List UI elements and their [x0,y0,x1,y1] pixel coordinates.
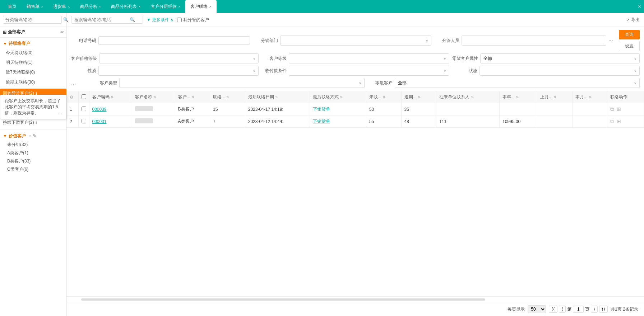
nav-customer-segment[interactable]: 客户分层经营 × [146,0,185,13]
sort-contact-count-icon: ⇅ [226,95,229,99]
query-button[interactable]: 查询 [619,30,640,39]
td-cb-1 [78,103,89,115]
status-arrow: ∨ [634,69,636,73]
sidebar-search-icon[interactable]: 🔍 [63,17,69,22]
th-un-contact[interactable]: 未联... ⇅ [366,91,401,103]
sidebar-item-ungroup[interactable]: 未分组(32) [0,141,66,149]
th-contact-count[interactable]: 联络... ⇅ [210,91,245,103]
td-code-2[interactable]: 000031 [89,115,132,128]
prev-page-button[interactable]: ⟨ [559,306,566,313]
filter-cell-status: 状态 ∨ [452,66,640,76]
all-customers-section[interactable]: ⊞ 全部客户 ≪ [0,27,66,38]
th-name[interactable]: 客户名称 ⇅ [132,91,175,103]
sidebar-item-7days[interactable]: 近7天待联络(0) [0,67,66,77]
filter-search-box: 🔍 [71,16,143,24]
tooltip-dots[interactable]: ... [58,110,62,115]
row4-dots-button[interactable]: ... [71,80,76,86]
waiting-contact-title[interactable]: ▼ 待联络客户 [0,39,66,48]
close-analysis-icon[interactable]: × [99,0,101,13]
person-dots-button[interactable]: ··· [608,37,613,44]
sidebar-search-input[interactable] [3,16,62,24]
row2-grid-icon[interactable]: ⊞ [617,118,621,124]
table-settings-icon[interactable]: ⚙ [70,95,74,100]
value-edit-pen-icon[interactable]: ✎ [33,133,36,138]
td-method-2[interactable]: 下销货单 [310,115,366,128]
close-purchase-icon[interactable]: × [68,0,70,13]
export-button[interactable]: ↗ 导出 [626,17,640,23]
th-code[interactable]: 客户编码 ⇅ [89,91,132,103]
last-page-button[interactable]: ⟩⟩ [599,306,608,313]
td-code-1[interactable]: 000039 [89,103,132,115]
nav-customer-contact[interactable]: 客户联络 × [185,0,216,13]
sidebar-item-today[interactable]: 今天待联络(0) [0,48,66,58]
sidebar-item-class-b[interactable]: B类客户(33) [0,157,66,165]
sidebar-item-tomorrow[interactable]: 明天待联络(1) [0,58,66,67]
per-page-select[interactable]: 50 100 200 [528,305,546,313]
nav-analysis-list[interactable]: 商品分析列表 × [106,0,145,13]
name-blur-1 [135,106,153,111]
filter-search-icon[interactable]: 🔍 [130,17,135,22]
th-last-month[interactable]: 上月... ⇅ [537,91,572,103]
status-select[interactable]: ∨ [479,66,640,76]
page-number-input[interactable] [573,306,584,313]
payment-select[interactable]: ∨ [289,66,449,76]
nav-analysis[interactable]: 商品分析 × [75,0,106,13]
my-customers-checkbox[interactable] [177,18,182,22]
dept-select[interactable]: ∨ [280,36,432,46]
scatter-attr-select[interactable]: 全部 ∨ [480,53,640,63]
filter-row-1: 电话号码 分管部门 ∨ 分管人员 [71,30,640,51]
th-overdue[interactable]: 逾期... ⇅ [401,91,436,103]
window-close-button[interactable]: × [638,3,641,10]
td-overdue-2: 48 [401,115,436,128]
nav-home[interactable]: 首页 [3,0,22,13]
more-conditions-button[interactable]: ▼ 更多条件 ∧ [147,17,173,23]
row2-checkbox[interactable] [82,119,86,123]
customer-type-label: 客户类型 [92,80,117,86]
th-this-year[interactable]: 本年... ⇅ [500,91,537,103]
sidebar-collapse-icon[interactable]: ≪ [60,30,64,34]
close-segment-icon[interactable]: × [178,0,180,13]
first-page-button[interactable]: ⟨⟨ [549,306,557,313]
value-edit-icon[interactable]: ○ [29,133,31,138]
nav-sales[interactable]: 销售单 × [22,0,48,13]
th-contact-person[interactable]: 往来单位联系人 ⇅ [436,91,500,103]
price-level-select[interactable]: ∨ [99,53,259,63]
settings-button[interactable]: 设置 [619,41,640,51]
customer-level-arrow: ∨ [444,57,446,61]
nature-arrow: ∨ [253,69,255,73]
sidebar-item-overdue[interactable]: 逾期未联络(30) [0,77,66,87]
phone-input[interactable] [98,36,250,45]
close-sales-icon[interactable]: × [41,0,43,13]
th-last-contact-method[interactable]: 最后联络方式 ⇅ [310,91,366,103]
value-customers-title[interactable]: ▼ 价值客户 ○ ✎ [0,132,66,141]
next-page-button[interactable]: ⟩ [591,306,598,313]
filter-row-2: 客户价格等级 ∨ 客户等级 ∨ 零散客户属性 [71,53,640,63]
table-row: 1 000039 B类客户 15 2023-04-17 14:19: 下 [67,103,644,115]
td-action-1: ⧉ ⊞ [607,103,644,115]
td-index-2: 2 [67,115,78,128]
th-type[interactable]: 客户... ⇅ [175,91,210,103]
filter-search-input[interactable] [74,17,128,22]
sidebar-item-class-a[interactable]: A类客户(1) [0,149,66,157]
close-contact-icon[interactable]: × [209,0,211,13]
person-input[interactable] [462,36,606,46]
customer-type-select[interactable]: ∨ [119,78,365,88]
td-type-2: A类客户 [175,115,210,128]
row1-link-icon[interactable]: ⧉ [610,106,614,112]
select-all-checkbox[interactable] [82,94,86,99]
nav-purchase[interactable]: 进货单 × [48,0,75,13]
table-body: 1 000039 B类客户 15 2023-04-17 14:19: 下 [67,103,644,128]
scatter-customer-select[interactable]: 全部 ∨ [395,78,640,88]
row2-link-icon[interactable]: ⧉ [610,118,614,124]
horizontal-scrollbar[interactable] [67,296,644,302]
customer-level-select[interactable]: ∨ [289,53,449,63]
close-analysis-list-icon[interactable]: × [138,0,140,13]
table-header-row: ⚙ 客户编码 ⇅ 客户名称 ⇅ [67,91,644,103]
th-this-month[interactable]: 本月... ⇅ [572,91,607,103]
sidebar-item-class-c[interactable]: C类客户(6) [0,165,66,174]
row1-checkbox[interactable] [82,107,86,111]
nature-select[interactable]: ∨ [98,66,259,76]
row1-grid-icon[interactable]: ⊞ [617,106,621,112]
td-method-1[interactable]: 下销货单 [310,103,366,115]
th-last-contact-date[interactable]: 最后联络日期 ⇅ [245,91,310,103]
